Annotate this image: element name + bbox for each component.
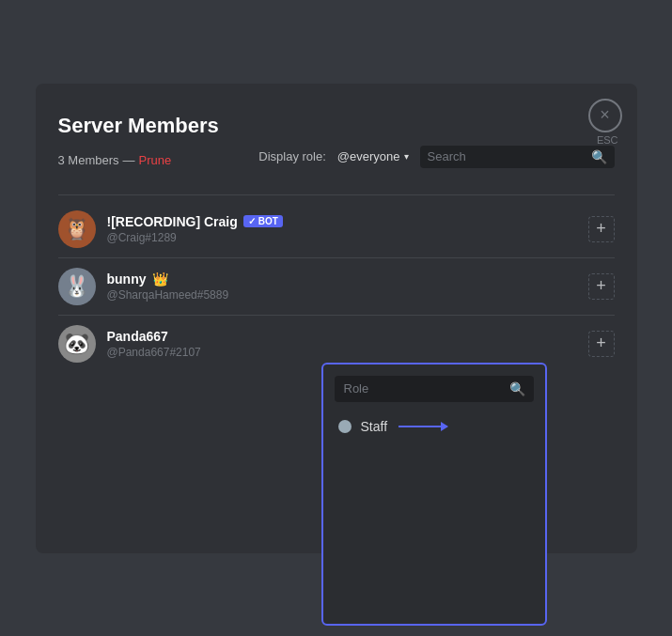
esc-label: ESC xyxy=(597,134,618,146)
close-icon: × xyxy=(600,105,610,125)
member-name: ![RECORDING] Craig ✓ BOT xyxy=(107,214,588,229)
avatar-emoji: 🦉 xyxy=(64,217,89,241)
member-row: 🦉 ![RECORDING] Craig ✓ BOT @Craig#1289 + xyxy=(58,201,615,258)
crown-icon: 👑 xyxy=(152,271,168,287)
bot-badge: ✓ BOT xyxy=(243,215,283,227)
server-members-modal: × ESC Server Members 3 Members — Prune D… xyxy=(36,84,637,553)
add-role-button[interactable]: + xyxy=(588,273,615,300)
plus-icon: + xyxy=(596,219,606,239)
avatar: 🐼 xyxy=(58,325,96,363)
prune-link[interactable]: Prune xyxy=(139,153,172,167)
close-button[interactable]: × xyxy=(588,99,622,132)
member-name: bunny 👑 xyxy=(107,271,588,287)
plus-icon: + xyxy=(596,334,606,353)
avatar: 🐰 xyxy=(58,268,96,305)
plus-icon: + xyxy=(596,276,606,296)
member-name: Panda667 xyxy=(107,329,588,344)
member-count-bar: 3 Members — Prune Display role: @everyon… xyxy=(58,146,615,176)
avatar-emoji: 🐰 xyxy=(64,274,89,299)
role-search-bar: 🔍 xyxy=(335,376,534,402)
display-role-select[interactable]: @everyone ▾ xyxy=(337,149,409,163)
role-search-icon: 🔍 xyxy=(509,381,525,396)
arrow-head xyxy=(441,422,448,431)
arrow-indicator xyxy=(399,426,447,427)
search-input[interactable] xyxy=(428,149,586,163)
role-item[interactable]: Staff xyxy=(335,413,534,440)
arrow-line xyxy=(399,426,447,427)
member-tag: @Panda667#2107 xyxy=(107,346,588,359)
avatar: 🦉 xyxy=(58,210,96,248)
member-tag: @Craig#1289 xyxy=(107,231,588,244)
display-role-value: @everyone xyxy=(337,149,400,163)
check-icon: ✓ xyxy=(248,216,256,226)
display-role-label: Display role: xyxy=(258,149,326,163)
header-divider xyxy=(58,194,615,195)
avatar-emoji: 🐼 xyxy=(64,332,89,356)
member-info: Panda667 @Panda667#2107 xyxy=(107,329,588,359)
role-search-input[interactable] xyxy=(344,381,502,396)
search-bar: 🔍 xyxy=(420,146,615,168)
page-title: Server Members xyxy=(58,114,615,138)
member-row: 🐼 Panda667 @Panda667#2107 + 🔍 Staff xyxy=(58,316,615,372)
add-role-button[interactable]: + xyxy=(588,331,615,357)
member-row: 🐰 bunny 👑 @SharqaHameed#5889 + xyxy=(58,258,615,316)
member-info: bunny 👑 @SharqaHameed#5889 xyxy=(107,271,588,302)
filter-bar: Display role: @everyone ▾ 🔍 xyxy=(258,146,614,168)
chevron-down-icon: ▾ xyxy=(404,151,409,162)
member-count: 3 Members xyxy=(58,153,119,167)
role-color-dot xyxy=(338,420,352,433)
role-name: Staff xyxy=(361,419,388,434)
role-dropdown: 🔍 Staff xyxy=(321,363,547,626)
search-icon: 🔍 xyxy=(591,149,607,164)
member-tag: @SharqaHameed#5889 xyxy=(107,288,588,302)
member-info: ![RECORDING] Craig ✓ BOT @Craig#1289 xyxy=(107,214,588,244)
add-role-button[interactable]: + xyxy=(588,216,615,242)
